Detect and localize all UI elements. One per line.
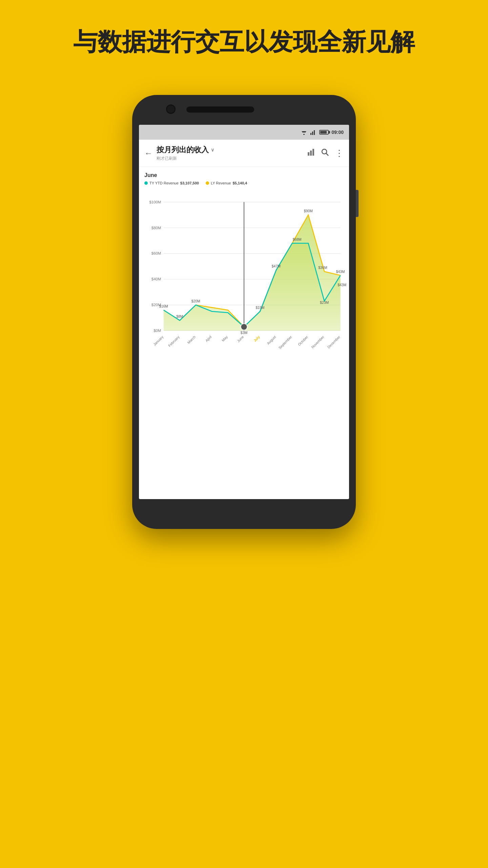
search-icon[interactable] [321, 149, 329, 158]
svg-text:$60M: $60M [151, 251, 161, 255]
battery-icon [319, 130, 329, 135]
svg-text:March: March [187, 335, 196, 344]
svg-text:November: November [311, 335, 325, 349]
phone-camera [166, 104, 176, 114]
label-aug: $47M [272, 264, 281, 268]
label-jul: $15M [256, 306, 264, 310]
phone-speaker [186, 106, 254, 113]
legend-ty-dot [144, 181, 148, 185]
svg-point-2 [303, 134, 305, 135]
legend-ly: LY Revenue $5,140,4 [206, 181, 247, 185]
signal-icon [310, 130, 317, 135]
phone-screen: 09:00 ← 按月列出的收入 ∨ 刚才已刷新 [139, 125, 349, 499]
svg-text:December: December [327, 335, 341, 349]
app-toolbar: ← 按月列出的收入 ∨ 刚才已刷新 [139, 140, 349, 167]
svg-text:April: April [205, 335, 212, 343]
legend-ty-value: $3,107,500 [180, 181, 199, 185]
status-bar: 09:00 [139, 125, 349, 140]
svg-text:July: July [253, 335, 261, 343]
more-options-icon[interactable]: ⋮ [335, 149, 344, 158]
label-sep-ty: $68M [292, 238, 301, 241]
phone-mockup: 09:00 ← 按月列出的收入 ∨ 刚才已刷新 [132, 95, 356, 529]
toolbar-icons: ⋮ [308, 149, 344, 158]
ly-dot-june[interactable] [241, 323, 247, 330]
toolbar-dropdown-chevron[interactable]: ∨ [211, 147, 214, 153]
legend-ly-dot [206, 181, 209, 185]
legend-ly-label: LY Revenue [211, 181, 231, 185]
svg-text:$0M: $0M [154, 329, 161, 333]
svg-text:$100M: $100M [149, 200, 161, 204]
chart-legend: TY YTD Revenue $3,107,500 LY Revenue $5,… [144, 181, 344, 185]
svg-text:January: January [152, 335, 164, 347]
label-jun: $3M [241, 331, 247, 335]
legend-ty-label: TY YTD Revenue [149, 181, 179, 185]
svg-rect-5 [314, 130, 315, 135]
svg-rect-4 [312, 132, 313, 135]
legend-ty: TY YTD Revenue $3,107,500 [144, 181, 199, 185]
svg-text:February: February [167, 335, 180, 348]
svg-point-10 [322, 149, 327, 154]
svg-text:$40M: $40M [151, 277, 161, 281]
svg-rect-6 [316, 130, 317, 135]
phone-power-button [356, 190, 359, 217]
toolbar-subtitle: 刚才已刷新 [157, 156, 308, 161]
toolbar-title: 按月列出的收入 ∨ [157, 145, 308, 155]
label-nov-ly: $36M [318, 266, 327, 270]
wifi-icon [300, 130, 308, 135]
chart-svg-container[interactable]: $100M $80M $60M $40M $20M [144, 189, 344, 390]
chart-area: June TY YTD Revenue $3,107,500 LY Revenu… [139, 167, 349, 499]
label-mar: $20M [191, 299, 200, 303]
page-headline: 与数据进行交互以发现全新见解 [34, 27, 454, 56]
x-axis: January February March April May June Ju… [152, 335, 341, 350]
svg-rect-9 [312, 149, 314, 156]
chart-month-label: June [144, 172, 344, 178]
label-nov-ty: $23M [320, 301, 329, 304]
label-oct-ly: $90M [304, 209, 313, 213]
toolbar-title-text: 按月列出的收入 [157, 145, 209, 155]
label-dec: $43M [336, 270, 345, 274]
svg-rect-3 [310, 133, 311, 135]
revenue-chart[interactable]: $100M $80M $60M $40M $20M [144, 189, 344, 389]
status-time: 09:00 [331, 130, 344, 135]
svg-text:May: May [221, 335, 228, 342]
svg-line-11 [326, 153, 328, 156]
svg-rect-8 [310, 151, 312, 156]
legend-ly-value: $5,140,4 [232, 181, 247, 185]
svg-rect-7 [308, 152, 309, 156]
svg-text:October: October [297, 335, 309, 347]
label-dec-ty: $43M [338, 283, 346, 287]
back-button[interactable]: ← [144, 149, 152, 158]
toolbar-title-area: 按月列出的收入 ∨ 刚才已刷新 [157, 145, 308, 161]
label-jan: $16M [159, 304, 168, 308]
svg-text:September: September [278, 335, 293, 350]
svg-text:$80M: $80M [151, 226, 161, 230]
svg-text:June: June [237, 335, 245, 343]
chart-type-icon[interactable] [308, 149, 315, 157]
svg-text:August: August [266, 335, 277, 346]
label-feb: $8M [176, 315, 183, 318]
